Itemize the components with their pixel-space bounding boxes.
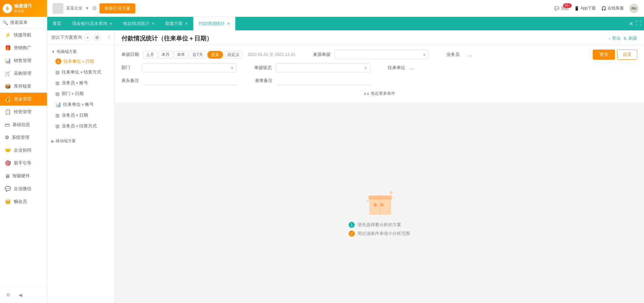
sidebar-item-management[interactable]: 📋 经营管理 — [0, 105, 47, 118]
plan-item-partner-settlement[interactable]: ▦ 往来单位＋结算方式 — [47, 67, 114, 78]
add-plan-btn[interactable]: + — [84, 34, 91, 41]
collapse-more-btn[interactable]: ∧∧ 收起更多条件 — [358, 89, 401, 98]
sidebar-item-label: 畅会员 — [14, 199, 27, 205]
last-month-btn[interactable]: 上月 — [143, 51, 157, 59]
plan-settings-btn[interactable]: ⚙ — [93, 34, 101, 41]
left-panel: 按以下方案查询 + ⚙ 《 ▼ 电脑端方案 ● 往来单位＋日期 — [47, 30, 115, 303]
tab-payment[interactable]: 付款情况统计 ✕ — [193, 17, 235, 30]
sidebar-item-funds[interactable]: 💰 资金管理 — [0, 93, 47, 105]
sales-icon: 📊 — [5, 58, 11, 64]
desktop-section-title[interactable]: ▼ 电脑端方案 — [47, 48, 114, 56]
sidebar-item-label: 系统管理 — [12, 134, 29, 141]
tab-home[interactable]: 首页 — [47, 17, 67, 30]
this-year-btn[interactable]: 本年 — [174, 51, 188, 59]
plan-item-label: 部门＋日期 — [62, 91, 84, 97]
this-month-btn[interactable]: 本月 — [158, 51, 173, 59]
tabbar-fullscreen-icon[interactable]: ⛶ — [636, 21, 641, 27]
search-menu-btn[interactable]: 🔍 搜索菜单 — [0, 17, 47, 29]
svg-point-6 — [374, 203, 377, 207]
plan-icon: ▦ — [55, 69, 60, 75]
partner-filter-btn[interactable]: ... — [409, 65, 414, 71]
member-icon: 👑 — [5, 199, 11, 205]
search-menu-label: 搜索菜单 — [10, 20, 28, 26]
sidebar-item-system[interactable]: ⚙ 系统管理 — [0, 131, 47, 144]
plan-item-staff-date[interactable]: ▦ 业务员＋日期 — [47, 110, 114, 121]
sidebar-item-label: 企业微信 — [14, 186, 31, 192]
result-area: 1 请先选择要分析的方案 2 用过滤条件来缩小分析范围 — [115, 103, 644, 303]
tab-receivable-close-icon[interactable]: ✕ — [151, 22, 154, 26]
tab-receivable[interactable]: 收款情况统计 ✕ — [118, 17, 160, 30]
app-download-btn[interactable]: 📱 App下载 — [574, 5, 596, 11]
empty-state: 1 请先选择要分析的方案 2 用过滤条件来缩小分析范围 — [349, 183, 410, 237]
company-avatar — [53, 3, 63, 14]
refresh-btn[interactable]: ↻ 刷新 — [623, 35, 637, 41]
online-service-btn[interactable]: 🎧 在线客服 — [601, 5, 624, 11]
plan-item-staff-settlement[interactable]: ▦ 业务员＋结算方式 — [47, 121, 114, 131]
sidebar-settings-btn[interactable]: ⚙ — [3, 290, 13, 300]
sidebar-item-sales[interactable]: 📊 销售管理 — [0, 54, 47, 67]
tab-payment-label: 付款情况统计 — [199, 21, 225, 27]
sidebar-item-quicknav[interactable]: ⚡ 快捷导航 — [0, 29, 47, 41]
export-btn[interactable]: ↑ 导出 — [609, 35, 621, 41]
company-chevron-icon[interactable]: ▼ — [85, 6, 89, 11]
export-icon: ↑ — [609, 36, 611, 41]
collapse-more-label: 收起更多条件 — [371, 91, 395, 96]
panel-collapse-btn[interactable]: 《 — [106, 34, 110, 40]
logo-text: 畅捷通巧 — [14, 3, 32, 9]
marketing-icon: 🎁 — [5, 45, 11, 51]
source-select[interactable]: ∨ — [334, 50, 429, 59]
custom-date-btn[interactable]: 自定义 — [224, 51, 242, 59]
sidebar-item-member[interactable]: 👑 畅会员 — [0, 195, 47, 208]
tabbar-close-all-icon[interactable]: ✕ — [629, 21, 633, 27]
mobile-section-title[interactable]: ▶ 移动端方案 — [47, 137, 114, 145]
sidebar-collapse-btn[interactable]: ◀ — [16, 290, 25, 300]
sidebar-item-cooperation[interactable]: 🤝 企业协同 — [0, 144, 47, 157]
dept-select[interactable]: ∨ — [142, 63, 237, 72]
settings-btn[interactable]: 设置 — [617, 50, 637, 60]
purchase-icon: 🛒 — [5, 70, 11, 77]
company-name: 某某企业 — [66, 5, 82, 11]
plan-item-dept-date[interactable]: ▦ 部门＋日期 — [47, 88, 114, 99]
tab-bank-close-icon[interactable]: ✕ — [109, 22, 112, 26]
svg-point-3 — [389, 191, 393, 194]
sidebar-item-marketing[interactable]: 🎁 营销推广 — [0, 41, 47, 54]
page-title: 付款情况统计（往来单位＋日期） — [121, 34, 212, 42]
sidebar-item-basicinfo[interactable]: 🗃 基础信息 — [0, 118, 47, 131]
logo-sub: 标准版 — [14, 9, 32, 13]
plan-item-label: 往来单位＋结算方式 — [62, 69, 101, 75]
sidebar-item-hardware[interactable]: 🖥 智能硬件 — [0, 170, 47, 182]
plan-item-partner-date[interactable]: ● 往来单位＋日期 — [47, 56, 114, 67]
tab-new-plan[interactable]: 新建方案 ✕ — [160, 17, 193, 30]
main: 某某企业 ▼ ⚙ 体验行业方案 💬 消息 99+ 📱 App下载 🎧 在线客服 … — [47, 0, 644, 303]
status-select[interactable]: ∨ — [276, 63, 370, 72]
tab-bank[interactable]: 现金银行流水查询 ✕ — [67, 17, 118, 30]
svg-point-7 — [380, 203, 384, 207]
sidebar-item-label: 销售管理 — [14, 58, 31, 64]
plan-item-partner-account[interactable]: 📊 往来单位＋账号 — [47, 99, 114, 110]
plan-item-staff-account[interactable]: ▦ 业务员＋账号 — [47, 78, 114, 88]
tab-payment-close-icon[interactable]: ✕ — [227, 22, 230, 26]
sidebar-item-wechat[interactable]: 💬 企业微信 — [0, 182, 47, 195]
query-btn[interactable]: 查询 — [593, 50, 615, 60]
tab-new-plan-close-icon[interactable]: ✕ — [185, 22, 188, 26]
sidebar-item-inventory[interactable]: 📦 库存核算 — [0, 80, 47, 93]
empty-hint-2: 2 用过滤条件来缩小分析范围 — [349, 231, 410, 237]
sidebar: 6 畅捷通巧 标准版 🔍 搜索菜单 ⚡ 快捷导航 🎁 营销推广 📊 销售管理 🛒… — [0, 0, 47, 303]
sidebar-item-purchase[interactable]: 🛒 采购管理 — [0, 67, 47, 80]
user-avatar[interactable]: Rit — [629, 4, 639, 13]
page-actions: ↑ 导出 ↻ 刷新 — [609, 35, 638, 41]
trial-btn[interactable]: 体验行业方案 — [99, 3, 135, 13]
sidebar-item-guide[interactable]: 🎯 新手引导 — [0, 157, 47, 170]
more-date-btn[interactable]: 更多 — [207, 51, 223, 59]
messages-btn[interactable]: 💬 消息 99+ — [554, 5, 569, 11]
note-body-input[interactable] — [276, 76, 371, 85]
dept-filter-label: 部门 — [121, 65, 138, 71]
last7-btn[interactable]: 近7天 — [189, 51, 206, 59]
note-head-input[interactable] — [143, 76, 237, 85]
hint2-text: 用过滤条件来缩小分析范围 — [357, 231, 410, 237]
topbar-settings-icon[interactable]: ⚙ — [92, 5, 97, 11]
date-range-text: 2022-01-01 至 2022-12-31 — [248, 52, 295, 58]
staff-filter-btn[interactable]: ... — [467, 52, 472, 58]
svg-point-4 — [393, 197, 396, 199]
refresh-icon: ↻ — [623, 36, 627, 41]
